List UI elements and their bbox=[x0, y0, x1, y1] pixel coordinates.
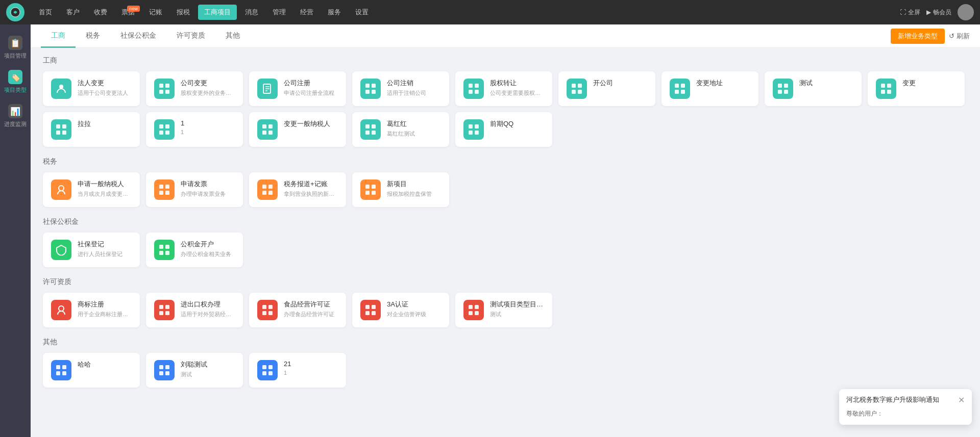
svg-rect-31 bbox=[887, 84, 891, 88]
svg-rect-39 bbox=[165, 124, 169, 128]
svg-rect-16 bbox=[469, 90, 473, 94]
card-3A认证[interactable]: 3A认证 对企业信誉评级 bbox=[352, 293, 449, 327]
svg-rect-63 bbox=[365, 185, 370, 189]
card-申请一般纳税人[interactable]: 申请一般纳税人 当月或次月成变更完成 bbox=[43, 172, 140, 207]
svg-rect-19 bbox=[578, 84, 582, 88]
fullscreen-button[interactable]: ⛶ 全屏 bbox=[900, 8, 920, 17]
card-公司注册[interactable]: 公司注册 申请公司注册全流程 bbox=[249, 71, 346, 106]
card-title: 测试 bbox=[799, 79, 853, 88]
svg-rect-72 bbox=[159, 305, 163, 309]
sub-nav-tab-许可资质[interactable]: 许可资质 bbox=[166, 25, 215, 48]
content-area: 工商 法人变更 适用于公司变更法人 公司变更 股权变更外的业务变更 bbox=[31, 48, 980, 406]
nav-item-消息[interactable]: 消息 bbox=[239, 5, 264, 20]
card-食品经营许可证[interactable]: 食品经营许可证 办理食品经营许可证 bbox=[249, 293, 346, 327]
card-变更[interactable]: 变更 bbox=[868, 71, 965, 106]
card-info: 测试 bbox=[799, 79, 853, 89]
nav-item-工商项目[interactable]: 工商项目 bbox=[198, 5, 237, 20]
card-info: 测试项目类型目定义 测试 bbox=[490, 300, 544, 318]
nav-item-设置[interactable]: 设置 bbox=[349, 5, 375, 20]
card-新项目[interactable]: 新项目 报税加税控盘保管 bbox=[352, 172, 449, 207]
nav-item-经营[interactable]: 经营 bbox=[294, 5, 320, 20]
notif-title: 河北税务数字账户升级影响通知 bbox=[846, 395, 939, 404]
sub-nav: 工商税务社保公积金许可资质其他 新增业务类型 ↺ 刷新 bbox=[31, 24, 980, 48]
card-title: 1 bbox=[181, 119, 235, 127]
card-title: 21 bbox=[284, 360, 338, 368]
card-title: 变更一般纳税人 bbox=[284, 119, 338, 128]
sub-nav-tab-其他[interactable]: 其他 bbox=[215, 25, 250, 48]
svg-rect-59 bbox=[262, 185, 266, 189]
card-前期QQ[interactable]: 前期QQ bbox=[455, 112, 552, 147]
sub-nav-tab-税务[interactable]: 税务 bbox=[76, 25, 110, 48]
card-title: 开公司 bbox=[593, 79, 647, 88]
card-商标注册[interactable]: 商标注册 用于企业商标注册服务 bbox=[43, 293, 140, 327]
card-变更一般纳税人[interactable]: 变更一般纳税人 bbox=[249, 112, 346, 147]
nav-item-报税[interactable]: 报税 bbox=[170, 5, 196, 20]
svg-rect-82 bbox=[365, 311, 370, 315]
svg-rect-23 bbox=[681, 84, 685, 88]
notif-close-button[interactable]: ✕ bbox=[958, 395, 965, 405]
card-icon bbox=[154, 119, 175, 140]
sub-nav-tab-社保公积金[interactable]: 社保公积金 bbox=[110, 25, 166, 48]
card-变更地址[interactable]: 变更地址 bbox=[662, 71, 758, 106]
svg-rect-74 bbox=[159, 311, 163, 315]
card-title: 哈哈 bbox=[78, 360, 132, 369]
card-测试项目类型目定义[interactable]: 测试项目类型目定义 测试 bbox=[455, 293, 552, 327]
sub-nav-tab-工商[interactable]: 工商 bbox=[41, 25, 76, 48]
card-申请发票[interactable]: 申请发票 办理申请发票业务 bbox=[146, 172, 243, 207]
svg-rect-93 bbox=[165, 365, 169, 369]
card-icon bbox=[360, 179, 381, 200]
nav-item-服务[interactable]: 服务 bbox=[322, 5, 347, 20]
card-刘聪测试[interactable]: 刘聪测试 测试 bbox=[146, 353, 243, 388]
nav-item-票据[interactable]: 票据new bbox=[115, 5, 141, 20]
card-info: 开公司 bbox=[593, 79, 647, 89]
card-desc: 适用于公司变更法人 bbox=[78, 89, 132, 97]
section-title: 许可资质 bbox=[43, 277, 968, 287]
card-进出口权办理[interactable]: 进出口权办理 适用于对外贸易经营者 bbox=[146, 293, 243, 327]
card-公司注销[interactable]: 公司注销 适用于注销公司 bbox=[352, 71, 449, 106]
card-测试[interactable]: 测试 bbox=[765, 71, 862, 106]
nav-item-首页[interactable]: 首页 bbox=[33, 5, 58, 20]
card-社保登记[interactable]: 社保登记 进行人员社保登记 bbox=[43, 233, 140, 267]
card-icon bbox=[463, 300, 484, 320]
member-button[interactable]: ▶ 畅会员 bbox=[926, 8, 951, 17]
sidebar-item-项目管理[interactable]: 📋 项目管理 bbox=[0, 31, 31, 65]
svg-rect-65 bbox=[365, 191, 370, 195]
nav-item-管理[interactable]: 管理 bbox=[266, 5, 292, 20]
card-title: 公积金开户 bbox=[181, 240, 235, 249]
card-拉拉[interactable]: 拉拉 bbox=[43, 112, 140, 147]
user-avatar[interactable] bbox=[958, 4, 974, 20]
sidebar-item-进度监测[interactable]: 📊 进度监测 bbox=[0, 99, 31, 133]
svg-rect-69 bbox=[159, 251, 163, 255]
cards-grid: 商标注册 用于企业商标注册服务 进出口权办理 适用于对外贸易经营者 食品经营 bbox=[43, 293, 968, 327]
card-title: 申请一般纳税人 bbox=[78, 179, 132, 189]
card-公司变更[interactable]: 公司变更 股权变更外的业务变更 bbox=[146, 71, 243, 106]
card-税务报道+记账[interactable]: 税务报道+记账 拿到营业执照的新公司 bbox=[249, 172, 346, 207]
svg-rect-48 bbox=[365, 131, 370, 135]
app-logo[interactable] bbox=[6, 3, 24, 21]
refresh-button[interactable]: ↺ 刷新 bbox=[949, 32, 970, 41]
card-开公司[interactable]: 开公司 bbox=[558, 71, 655, 106]
card-desc: 拿到营业执照的新公司 bbox=[284, 190, 338, 198]
nav-item-记账[interactable]: 记账 bbox=[143, 5, 168, 20]
svg-rect-50 bbox=[469, 124, 473, 128]
card-title: 申请发票 bbox=[181, 179, 235, 189]
cards-grid: 社保登记 进行人员社保登记 公积金开户 办理公积金相关业务 bbox=[43, 233, 968, 267]
card-法人变更[interactable]: 法人变更 适用于公司变更法人 bbox=[43, 71, 140, 106]
nav-item-客户[interactable]: 客户 bbox=[60, 5, 86, 20]
card-公积金开户[interactable]: 公积金开户 办理公积金相关业务 bbox=[146, 233, 243, 267]
card-icon bbox=[670, 79, 690, 99]
card-哈哈[interactable]: 哈哈 bbox=[43, 353, 140, 388]
new-type-button[interactable]: 新增业务类型 bbox=[891, 29, 945, 44]
sidebar-item-项目类型[interactable]: 🏷️ 项目类型 bbox=[0, 65, 31, 99]
card-info: 变更一般纳税人 bbox=[284, 119, 338, 130]
card-21[interactable]: 21 1 bbox=[249, 353, 346, 388]
nav-item-收费[interactable]: 收费 bbox=[88, 5, 113, 20]
card-title: 进出口权办理 bbox=[181, 300, 235, 309]
card-1[interactable]: 1 1 bbox=[146, 112, 243, 147]
card-icon bbox=[463, 79, 484, 99]
svg-rect-77 bbox=[268, 305, 273, 309]
card-葛红红[interactable]: 葛红红 葛红红测试 bbox=[352, 112, 449, 147]
card-desc: 测试 bbox=[181, 371, 235, 378]
card-股权转让[interactable]: 股权转让 公司变更需要股权转让 bbox=[455, 71, 552, 106]
card-title: 公司注册 bbox=[284, 79, 338, 88]
